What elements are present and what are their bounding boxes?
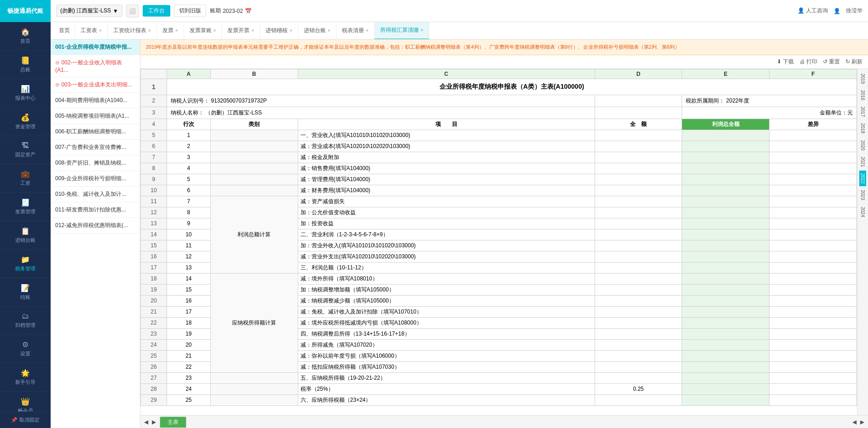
amount-6 <box>595 185 682 196</box>
year-2020[interactable]: 2020 <box>859 137 866 153</box>
diff-8 <box>770 207 857 218</box>
year-2021[interactable]: 2021 <box>859 154 866 170</box>
sidebar-item-assets[interactable]: 🏗 固定资产 <box>0 136 51 164</box>
tab-salary-stats[interactable]: 工资统计报表 × <box>108 22 157 40</box>
profit-11 <box>682 240 770 251</box>
reset-button[interactable]: ↺ 重置 <box>823 58 840 66</box>
tab-purchase-audit[interactable]: 进销稽核 × <box>260 22 298 40</box>
left-item-005[interactable]: 005-纳税调整项目明细表(A1... <box>51 108 140 124</box>
line-24: 24 <box>167 383 210 394</box>
row-num-22: 22 <box>141 317 167 328</box>
main-sheet-tab[interactable]: 主表 <box>160 417 186 428</box>
company-selector[interactable]: (勿删) 江西服宝-LSS ▼ <box>56 5 122 17</box>
human-service-button[interactable]: 👤 人工咨询 <box>798 7 828 15</box>
sidebar-item-archive[interactable]: 🗂 归档管理 <box>0 307 51 335</box>
close-tab-purchase-audit[interactable]: × <box>289 28 292 33</box>
tab-tax-table[interactable]: 税表清册 × <box>336 22 375 40</box>
year-2018[interactable]: 2018 <box>859 120 866 136</box>
table-row-title: 1 企业所得税年度纳税申报表（A类）主表(A100000) <box>141 79 857 95</box>
close-tab-salary[interactable]: × <box>99 28 102 33</box>
left-item-004[interactable]: 004-期间费用明细表(A1040... <box>51 93 140 108</box>
row-num-9: 9 <box>141 174 167 185</box>
left-item-001[interactable]: 001-企业所得税年度纳税申报... <box>51 40 140 55</box>
close-tab-purchase-ledger[interactable]: × <box>328 28 330 33</box>
tab-salary[interactable]: 工资表 × <box>75 22 108 40</box>
workbench-button[interactable]: 工作台 <box>143 5 170 17</box>
tab-purchase-ledger[interactable]: 进销台账 × <box>298 22 336 40</box>
col-d-header: D <box>595 69 682 79</box>
sidebar-item-reports[interactable]: 📊 报表中心 <box>0 79 51 108</box>
archive-icon: 🗂 <box>22 312 29 320</box>
tab-tax-settlement[interactable]: 所得税汇算清缴 × <box>375 22 429 40</box>
sidebar-item-home[interactable]: 🏠 首页 <box>0 22 51 51</box>
close-tab-invoice-calc[interactable]: × <box>214 28 216 33</box>
left-item-009[interactable]: 009-企业所得税补亏损明细... <box>51 171 140 187</box>
amount-9 <box>595 218 682 229</box>
sidebar-item-invoice[interactable]: 🧾 发票管理 <box>0 193 51 221</box>
refresh-button[interactable]: ↻ 刷新 <box>845 58 862 66</box>
tab-invoice-open[interactable]: 发票开票 × <box>222 22 260 40</box>
switch-old-button[interactable]: 切到旧版 <box>174 5 206 17</box>
line-18: 18 <box>167 317 210 328</box>
scroll-left-icon[interactable]: ◀ <box>852 419 856 425</box>
item-15: 加：纳税调整增加额（填写A105000） <box>298 284 595 295</box>
row-num-14: 14 <box>141 229 167 240</box>
item-12: 减：营业外支出(填写A102010\102020\103000) <box>298 251 595 262</box>
profit-22 <box>682 361 770 372</box>
sidebar-item-ledger[interactable]: 📒 总账 <box>0 51 51 79</box>
item-18: 减：境外应税所得抵减境内亏损（填写A108000） <box>298 317 595 328</box>
row-num-6: 6 <box>141 141 167 152</box>
unpin-button[interactable]: 📌 取消固定 <box>0 411 51 428</box>
profit-5 <box>682 174 770 185</box>
year-2019[interactable]: 2019 <box>859 71 866 86</box>
sidebar-item-guide[interactable]: 🌟 新手引导 <box>0 363 51 392</box>
year-2022[interactable]: 2022 <box>859 171 866 186</box>
left-item-002[interactable]: ⊙ 002-一般企业收入明细表(A1... <box>51 55 140 77</box>
row-num-29: 29 <box>141 394 167 405</box>
item-19: 四、纳税调整后所得（13-14+15-16-17+18） <box>298 328 595 339</box>
left-item-012[interactable]: 012-减免所得税优惠明细表(... <box>51 218 140 234</box>
left-item-010[interactable]: 010-免税、减计收入及加计... <box>51 187 140 202</box>
close-tab-tax-settlement[interactable]: × <box>421 28 423 33</box>
sidebar-item-salary[interactable]: 💼 工资 <box>0 164 51 193</box>
cat-2 <box>210 141 298 152</box>
sidebar-item-purchase-sales[interactable]: 📋 进销台账 <box>0 221 51 250</box>
col-letter-row: A B C D E F <box>141 69 857 79</box>
dropdown-icon: ▼ <box>113 8 118 14</box>
close-tab-tax-table[interactable]: × <box>366 28 369 33</box>
left-item-007[interactable]: 007-广告费和业务宣传费摊... <box>51 140 140 155</box>
sidebar-item-settings[interactable]: ⚙ 设置 <box>0 335 51 363</box>
tab-home[interactable]: 首页 <box>54 22 75 40</box>
close-tab-invoice-open[interactable]: × <box>251 28 254 33</box>
left-item-008[interactable]: 008-资产折旧、摊销及纳税... <box>51 155 140 171</box>
line-22: 22 <box>167 361 210 372</box>
amount-15 <box>595 284 682 295</box>
sidebar-item-close[interactable]: 📝 结账 <box>0 278 51 307</box>
line-16: 16 <box>167 295 210 306</box>
year-2024[interactable]: 2024 <box>859 204 866 220</box>
sidebar-item-tax[interactable]: 📁 税务管理 <box>0 250 51 278</box>
download-button[interactable]: ⬇ 下载 <box>777 58 794 66</box>
left-item-006[interactable]: 006-职工薪酬纳税调整明细... <box>51 124 140 140</box>
line-1: 1 <box>167 130 210 141</box>
amount-16 <box>595 295 682 306</box>
close-tab-invoice[interactable]: × <box>175 28 178 33</box>
tab-invoice[interactable]: 发票 × <box>157 22 184 40</box>
year-2023[interactable]: 2023 <box>859 187 866 203</box>
print-icon: 🖨 <box>799 58 805 65</box>
left-item-003[interactable]: ⊙ 003-一般企业成本支出明细... <box>51 77 140 93</box>
next-sheet-button[interactable]: ▶ <box>152 419 156 425</box>
tab-invoice-calc[interactable]: 发票算账 × <box>184 22 222 40</box>
sidebar-item-member[interactable]: 👑 畅会员 <box>0 392 51 411</box>
year-2016[interactable]: 2016 <box>859 87 866 103</box>
col-header-profit: 利润总全额 <box>682 119 770 130</box>
settings-icon: ⚙ <box>22 340 29 349</box>
year-2017[interactable]: 2017 <box>859 104 866 120</box>
left-item-011[interactable]: 011-研发费用加计扣除优惠... <box>51 202 140 218</box>
close-tab-salary-stats[interactable]: × <box>148 28 151 33</box>
print-button[interactable]: 🖨 打印 <box>799 58 817 66</box>
copy-icon-button[interactable]: ⬜ <box>126 5 139 17</box>
prev-sheet-button[interactable]: ◀ <box>144 419 148 425</box>
sidebar-item-funds[interactable]: 💰 资金管理 <box>0 108 51 136</box>
scroll-right-icon[interactable]: ▶ <box>860 419 864 425</box>
